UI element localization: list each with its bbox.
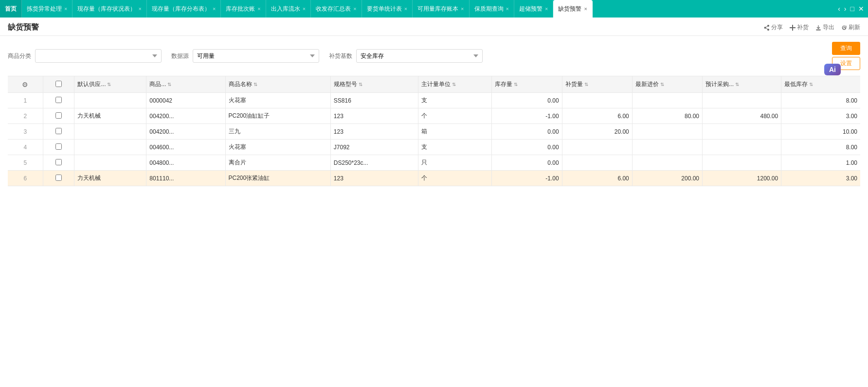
export-button[interactable]: 导出 [815,23,834,32]
nav-tab-11-close[interactable]: × [584,6,587,12]
table-row[interactable]: 4 004600... 火花塞 J7092 支 0.00 8.00 [8,140,860,155]
supplier-sort-icon: ⇅ [107,82,111,87]
row-unit-2: 个 [418,108,492,124]
row-checkbox-5[interactable] [55,159,62,165]
th-name[interactable]: 商品名称⇅ [225,76,330,93]
nav-tab-10-close[interactable]: × [545,6,548,12]
row-forecast-3 [702,124,781,140]
row-replenish-6: 6.00 [562,171,632,186]
nav-tab-home[interactable]: 首页 [0,0,22,18]
page-container: 缺货预警 分享 补货 导出 刷新 商品分类 [0,18,868,387]
nav-tab-7[interactable]: 要货单统计表 × [362,0,413,18]
nav-tab-2[interactable]: 现存量（库存状况表） × [72,0,146,18]
row-spec-3: 123 [330,124,418,140]
table-row[interactable]: 3 004200... 三九 123 箱 0.00 20.00 10.00 [8,124,860,140]
nav-tab-10[interactable]: 超储预警 × [514,0,553,18]
nav-tab-8[interactable]: 可用量库存账本 × [413,0,469,18]
nav-tab-6[interactable]: 收发存汇总表 × [311,0,362,18]
row-forecast-5 [702,155,781,171]
ai-badge[interactable]: Ai [824,64,841,75]
nav-tab-9[interactable]: 保质期查询 × [470,0,514,18]
nav-tab-2-close[interactable]: × [138,6,141,12]
nav-tab-8-close[interactable]: × [461,6,464,12]
th-unit[interactable]: 主计量单位⇅ [418,76,492,93]
row-forecast-4 [702,140,781,155]
nav-restore-button[interactable]: □ [849,4,856,14]
datasource-select[interactable]: 可用量 [193,49,319,63]
nav-tab-7-close[interactable]: × [404,6,407,12]
row-supplier-2: 力天机械 [74,108,146,124]
category-select[interactable] [35,49,162,63]
nav-tab-5[interactable]: 出入库流水 × [266,0,311,18]
row-check-1[interactable] [43,93,74,108]
table-row[interactable]: 2 力天机械 004200... PC200油缸缸子 123 个 -1.00 6… [8,108,860,124]
row-num-3: 3 [8,124,43,140]
table-row[interactable]: 6 力天机械 801110... PC200张紧油缸 123 个 -1.00 6… [8,171,860,186]
replenish-button[interactable]: 补货 [790,23,809,32]
nav-tab-3-label: 现存量（库存分布表） [152,5,210,13]
nav-tab-1[interactable]: 拣货异常处理 × [22,0,72,18]
replenish-base-select[interactable]: 安全库存 [356,49,483,63]
th-code[interactable]: 商品...⇅ [146,76,225,93]
row-check-3[interactable] [43,124,74,140]
row-min-stock-4: 8.00 [781,140,860,155]
refresh-button[interactable]: 刷新 [841,23,860,32]
nav-tab-11[interactable]: 缺货预警 × [553,0,592,18]
nav-tab-5-close[interactable]: × [303,6,306,12]
row-num-6: 6 [8,171,43,186]
settings-gear-icon[interactable]: ⚙ [22,81,28,88]
nav-tab-9-label: 保质期查询 [474,5,504,13]
row-checkbox-1[interactable] [55,97,62,103]
row-unit-4: 支 [418,140,492,155]
row-checkbox-6[interactable] [55,175,62,181]
nav-tab-4[interactable]: 库存批次账 × [221,0,266,18]
th-replenish[interactable]: 补货量⇅ [562,76,632,93]
spec-sort-icon: ⇅ [359,82,362,87]
nav-tab-8-label: 可用量库存账本 [417,5,458,13]
nav-tab-9-close[interactable]: × [506,6,509,12]
row-replenish-4 [562,140,632,155]
category-label: 商品分类 [8,52,31,60]
row-name-6: PC200张紧油缸 [225,171,330,186]
nav-tab-1-close[interactable]: × [64,6,67,12]
th-supplier[interactable]: 默认供应...⇅ [74,76,146,93]
row-stock-6: -1.00 [492,171,562,186]
row-latest-price-1 [632,93,702,108]
row-check-6[interactable] [43,171,74,186]
nav-tab-11-label: 缺货预警 [558,5,581,13]
query-button[interactable]: 查询 [832,42,860,55]
table-row[interactable]: 1 0000042 火花塞 SS816 支 0.00 8.00 [8,93,860,108]
th-latest-price[interactable]: 最新进价⇅ [632,76,702,93]
table-row[interactable]: 5 004800... 离合片 DS250*23c... 只 0.00 1.00 [8,155,860,171]
row-checkbox-2[interactable] [55,112,62,119]
stock-sort-icon: ⇅ [514,82,518,87]
select-all-checkbox[interactable] [55,81,62,87]
th-forecast[interactable]: 预计采购...⇅ [702,76,781,93]
nav-close-button[interactable]: ✕ [856,4,866,14]
row-spec-4: J7092 [330,140,418,155]
replenish-sort-icon: ⇅ [584,82,588,87]
table-container: ⚙ 默认供应...⇅ 商品...⇅ 商品名称⇅ 规格型号⇅ [0,76,868,186]
category-filter: 商品分类 [8,49,162,63]
nav-tab-3[interactable]: 现存量（库存分布表） × [147,0,221,18]
nav-next-button[interactable]: › [842,4,849,14]
share-button[interactable]: 分享 [764,23,783,32]
nav-tab-3-close[interactable]: × [213,6,216,12]
row-unit-5: 只 [418,155,492,171]
nav-tab-6-close[interactable]: × [353,6,356,12]
th-min-stock[interactable]: 最低库存⇅ [781,76,860,93]
th-stock[interactable]: 库存量⇅ [492,76,562,93]
row-latest-price-4 [632,140,702,155]
row-replenish-5 [562,155,632,171]
row-check-5[interactable] [43,155,74,171]
th-spec[interactable]: 规格型号⇅ [330,76,418,93]
row-checkbox-3[interactable] [55,128,62,134]
forecast-sort-icon: ⇅ [735,82,739,87]
row-checkbox-4[interactable] [55,143,62,150]
row-check-4[interactable] [43,140,74,155]
nav-tab-4-close[interactable]: × [257,6,260,12]
nav-prev-button[interactable]: ‹ [836,4,842,14]
row-check-2[interactable] [43,108,74,124]
row-forecast-2: 480.00 [702,108,781,124]
row-num-2: 2 [8,108,43,124]
